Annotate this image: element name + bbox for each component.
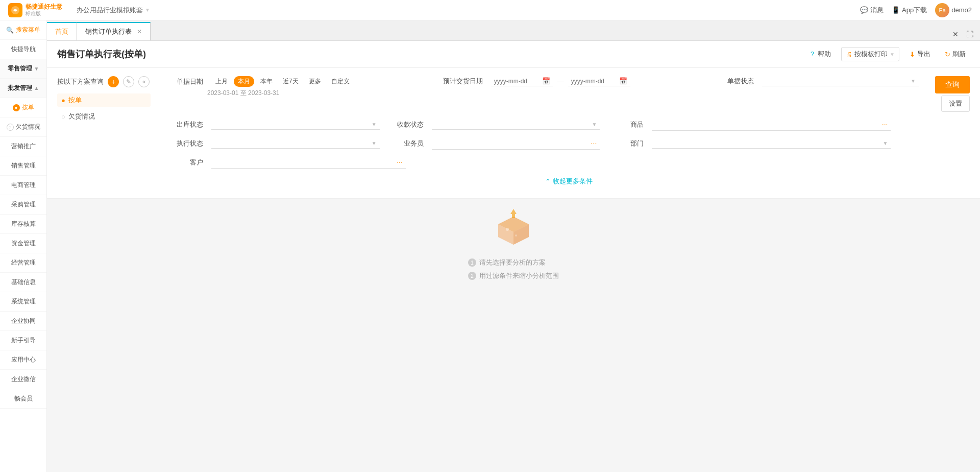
customer-select[interactable]: ··· [211,156,406,169]
payment-arrow-icon: ▼ [592,122,597,127]
print-button[interactable]: 🖨 按模板打印 ▼ [841,47,899,61]
sidebar-item-system[interactable]: 系统管理 [0,292,46,312]
exec-status-label: 执行状态 [167,139,203,148]
refresh-button[interactable]: ↻ 刷新 [941,48,970,61]
scheme-edit-button[interactable]: ✎ [123,76,134,87]
sidebar-item-finance[interactable]: 资金管理 [0,234,46,253]
retail-arrow-icon: ▼ [34,66,39,72]
empty-state-area: 1 请先选择要分析的方案 2 用过滤条件来缩小分析范围 [47,199,980,280]
header-left: 畅捷通好生意 标准版 办公用品行业模拟账套 ▼ [8,3,150,17]
breadcrumb[interactable]: 办公用品行业模拟账套 ▼ [77,6,150,15]
window-maximize-button[interactable]: ⛶ [964,28,976,40]
scheme-inactive-icon: ○ [61,113,65,121]
date-tab-this-year[interactable]: 本年 [256,76,277,87]
app-download-button[interactable]: 📱 App下载 [892,6,927,15]
sidebar-item-by-order[interactable]: ● 按单 [0,98,46,117]
settings-button[interactable]: 设置 [941,96,970,112]
date-tab-last-month[interactable]: 上月 [211,76,232,87]
date-filter: 单据日期 上月 本月 本年 近7天 更多 自定义 [167,76,435,87]
wholesale-arrow-icon: ▲ [34,85,39,91]
scheme-item-by-order[interactable]: ● 按单 [57,93,151,107]
ecommerce-label: 电商管理 [11,181,36,188]
product-label: 商品 [608,120,644,129]
logo-main-text: 畅捷通好生意 [26,3,62,10]
print-label: 按模板打印 [854,50,888,59]
sidebar-item-marketing[interactable]: 营销推广 [0,137,46,156]
date-tab-last-7[interactable]: 近7天 [279,76,303,87]
salesperson-select[interactable]: ··· [432,137,600,150]
filter-row-3: 执行状态 ▼ 业务员 ··· [167,137,970,150]
exec-status-select[interactable]: ▼ [211,138,380,149]
payment-status-filter: 收款状态 ▼ [388,120,600,130]
logo-text: 畅捷通好生意 标准版 [26,3,62,16]
retail-label: 零售管理 [8,64,32,73]
logo-area[interactable]: 畅捷通好生意 标准版 [8,3,62,17]
maximize-icon: ⛶ [966,30,973,38]
tab-sales-order-label: 销售订单执行表 [85,27,132,36]
filter-panel: 按以下方案查询 + ✎ « ● 按单 ○ 欠货 [47,68,980,199]
scheme-list: ● 按单 ○ 欠货情况 [57,93,151,123]
date-tab-more[interactable]: 更多 [305,76,325,87]
status-filter: 单据状态 ▼ [718,76,919,86]
collapse-more-button[interactable]: ⌃ 收起更多条件 [167,173,970,190]
department-select[interactable]: ▼ [652,138,891,149]
breadcrumb-arrow-icon: ▼ [145,7,150,13]
backorder-label: 欠货情况 [16,123,40,131]
product-select[interactable]: ··· [652,118,891,131]
sidebar-item-retail[interactable]: 零售管理 ▼ [0,59,46,79]
sidebar-item-sales[interactable]: 销售管理 [0,156,46,176]
status-arrow-icon: ▼ [911,78,916,84]
page-title: 销售订单执行表(按单) [57,48,146,60]
date-end-input[interactable]: 📅 [568,76,630,86]
date-start-input[interactable]: 📅 [491,76,553,86]
exec-status-filter: 执行状态 ▼ [167,138,380,149]
sidebar-item-wholesale[interactable]: 批发管理 ▲ [0,79,46,98]
system-label: 系统管理 [11,298,36,305]
tab-close-icon[interactable]: ✕ [137,28,142,35]
tab-home[interactable]: 首页 [47,22,77,40]
filter-row-1: 单据日期 上月 本月 本年 近7天 更多 自定义 [167,76,970,112]
logo-icon [8,3,22,17]
scheme-item-backorder[interactable]: ○ 欠货情况 [57,110,151,123]
scheme-collapse-button[interactable]: « [138,76,150,87]
delivery-status-select[interactable]: ▼ [211,120,380,130]
empty-svg [488,199,539,250]
sidebar-item-wechat[interactable]: 企业微信 [0,370,46,389]
sidebar-item-newbie[interactable]: 新手引导 [0,331,46,350]
minimize-icon: ✕ [952,30,959,38]
scheme-by-order-label: 按单 [68,96,82,105]
sidebar-item-appstore[interactable]: 应用中心 [0,350,46,370]
message-button[interactable]: 💬 消息 [860,6,884,15]
scheme-add-button[interactable]: + [108,76,119,87]
department-arrow-icon: ▼ [883,140,888,146]
status-select[interactable]: ▼ [762,76,919,86]
sidebar-item-operation[interactable]: 经营管理 [0,253,46,273]
window-minimize-button[interactable]: ✕ [949,28,962,40]
date-start-field[interactable] [494,78,540,85]
query-button[interactable]: 查询 [935,76,970,93]
date-tab-custom[interactable]: 自定义 [327,76,354,87]
sidebar-search[interactable]: 🔍 搜索菜单 [0,20,46,40]
date-tabs: 上月 本月 本年 近7天 更多 自定义 [211,76,354,87]
sidebar-item-inventory[interactable]: 库存核算 [0,215,46,234]
status-label: 单据状态 [718,77,754,86]
user-menu[interactable]: Ea demo2 [935,3,972,17]
by-order-icon: ● [13,104,20,111]
collapse-label: 收起更多条件 [553,177,593,186]
sidebar-item-basic[interactable]: 基础信息 [0,273,46,292]
svg-point-2 [515,234,517,237]
sidebar-item-enterprise[interactable]: 企业协同 [0,312,46,331]
tab-sales-order-exec[interactable]: 销售订单执行表 ✕ [77,22,151,40]
expected-date-filter: 预计交货日期 📅 — 📅 [443,76,710,86]
sidebar-quick-nav[interactable]: 快捷导航 [0,40,46,59]
date-tab-this-month[interactable]: 本月 [234,76,254,87]
sidebar-item-ecommerce[interactable]: 电商管理 [0,176,46,195]
date-end-field[interactable] [571,78,617,85]
sidebar-item-member[interactable]: 畅会员 [0,389,46,409]
payment-status-select[interactable]: ▼ [432,120,600,130]
export-button[interactable]: ⬇ 导出 [905,48,935,61]
help-button[interactable]: ？ 帮助 [805,48,835,61]
enterprise-label: 企业协同 [11,317,36,324]
sidebar-item-purchase[interactable]: 采购管理 [0,195,46,215]
sidebar-item-backorder[interactable]: ○ 欠货情况 [0,117,46,137]
